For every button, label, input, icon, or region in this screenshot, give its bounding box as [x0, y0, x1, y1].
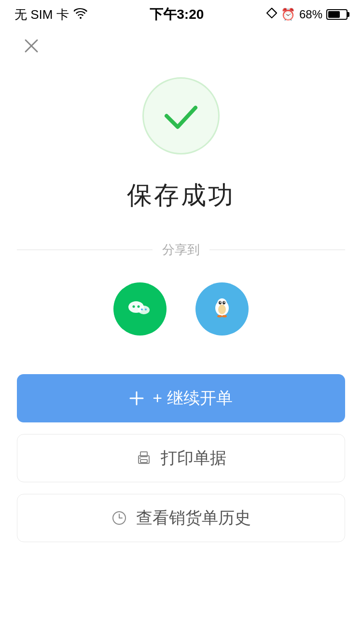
- status-right: ⏰ 68%: [266, 8, 348, 21]
- svg-rect-21: [140, 460, 147, 462]
- svg-point-16: [222, 315, 227, 318]
- print-button[interactable]: 打印单据: [17, 434, 345, 482]
- share-icons: [113, 282, 249, 336]
- wifi-icon: [74, 7, 87, 22]
- history-button[interactable]: 查看销货单历史: [17, 494, 345, 542]
- share-label: 分享到: [162, 241, 200, 258]
- share-divider: 分享到: [17, 241, 345, 258]
- divider-line-left: [17, 250, 153, 250]
- sim-label: 无 SIM 卡: [14, 6, 69, 23]
- svg-point-15: [217, 315, 222, 318]
- svg-point-13: [223, 302, 224, 303]
- history-label: 查看销货单历史: [136, 507, 251, 529]
- wechat-share-button[interactable]: [113, 282, 167, 336]
- main-content: 保存成功 分享到: [0, 29, 362, 542]
- svg-point-3: [138, 306, 150, 314]
- print-label: 打印单据: [161, 447, 226, 469]
- alarm-icon: ⏰: [281, 8, 295, 21]
- battery-percent: 68%: [299, 8, 322, 21]
- success-icon-circle: [142, 77, 220, 154]
- svg-point-6: [141, 308, 143, 310]
- svg-point-4: [133, 306, 135, 308]
- continue-button[interactable]: + 继续开单: [17, 374, 345, 422]
- continue-label: + 继续开单: [153, 387, 232, 409]
- battery-icon: [326, 9, 348, 20]
- svg-point-14: [218, 305, 226, 314]
- svg-point-7: [145, 308, 147, 310]
- svg-point-12: [220, 302, 221, 303]
- svg-point-5: [138, 306, 140, 308]
- location-icon: [266, 8, 277, 21]
- action-buttons: + 继续开单 打印单据 查看销货单历史: [17, 374, 345, 542]
- divider-line-right: [209, 250, 345, 250]
- status-left: 无 SIM 卡: [14, 6, 87, 23]
- close-button[interactable]: [19, 34, 43, 58]
- status-bar: 无 SIM 卡 下午3:20 ⏰ 68%: [0, 0, 362, 29]
- qq-share-button[interactable]: [195, 282, 249, 336]
- success-title: 保存成功: [127, 179, 235, 212]
- status-time: 下午3:20: [150, 5, 204, 24]
- svg-point-22: [139, 458, 141, 459]
